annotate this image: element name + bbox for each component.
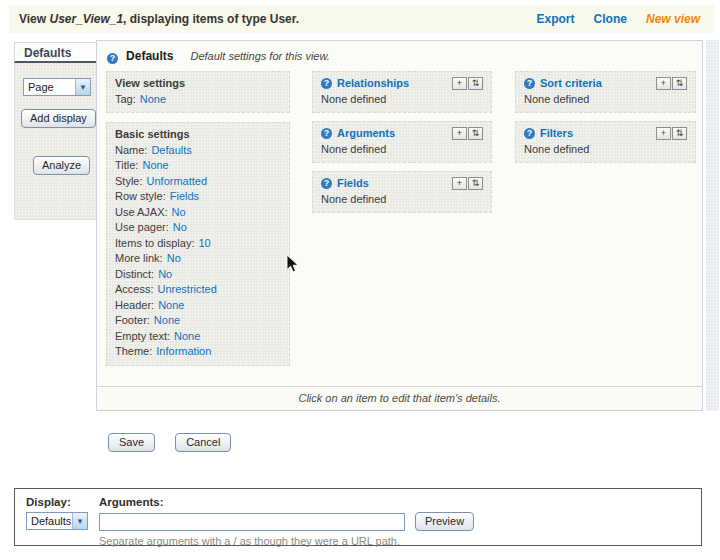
bucket-header: ? Fields + ⇅ <box>321 176 483 192</box>
analyze-button[interactable]: Analyze <box>33 156 90 175</box>
setting-row-header: Header:None <box>115 298 281 314</box>
relationships-title-link[interactable]: Relationships <box>337 76 409 92</box>
setting-value-link[interactable]: No <box>173 221 187 233</box>
setting-value-link[interactable]: Unformatted <box>147 175 208 187</box>
setting-value-link[interactable]: No <box>158 268 172 280</box>
sort-criteria-title-link[interactable]: Sort criteria <box>540 76 602 92</box>
setting-value-link[interactable]: Unrestricted <box>158 283 217 295</box>
display-label: Display: <box>26 496 88 508</box>
cancel-button[interactable]: Cancel <box>175 433 231 452</box>
fields-title-link[interactable]: Fields <box>337 176 369 192</box>
chevron-down-icon: ▼ <box>75 79 90 95</box>
setting-value-link[interactable]: None <box>154 314 180 326</box>
add-icon[interactable]: + <box>656 127 671 140</box>
setting-value-link[interactable]: Information <box>156 345 211 357</box>
display-type-select-value: Page <box>28 81 54 93</box>
setting-label: Access: <box>115 283 154 295</box>
arguments-title-link[interactable]: Arguments <box>337 126 395 142</box>
basic-settings-panel: Basic settings Name:Defaults Title:None … <box>106 122 290 366</box>
bucket-relationships: ? Relationships + ⇅ None defined <box>312 71 492 113</box>
setting-value-link[interactable]: None <box>174 330 200 342</box>
new-view-link[interactable]: New view <box>646 12 700 26</box>
setting-row-title: Title:None <box>115 158 281 174</box>
setting-row-items: Items to display:10 <box>115 236 281 252</box>
export-link[interactable]: Export <box>536 12 574 26</box>
setting-row-name: Name:Defaults <box>115 143 281 159</box>
clone-link[interactable]: Clone <box>594 12 627 26</box>
bucket-empty-text: None defined <box>321 192 483 208</box>
add-icon[interactable]: + <box>452 177 467 190</box>
main-title: Defaults <box>126 49 173 63</box>
bucket-header: ? Arguments + ⇅ <box>321 126 483 142</box>
rearrange-icon[interactable]: ⇅ <box>672 127 687 140</box>
preview-arguments-group: Arguments: Preview Separate arguments wi… <box>99 496 474 547</box>
bucket-empty-text: None defined <box>524 92 687 108</box>
bucket-header: ? Filters + ⇅ <box>524 126 687 142</box>
rearrange-icon[interactable]: ⇅ <box>468 177 483 190</box>
add-display-button[interactable]: Add display <box>21 109 96 128</box>
arguments-input[interactable] <box>99 513 405 531</box>
bucket-fields: ? Fields + ⇅ None defined <box>312 171 492 213</box>
setting-label: Use AJAX: <box>115 206 168 218</box>
setting-label: Name: <box>115 144 147 156</box>
help-icon[interactable]: ? <box>321 78 332 89</box>
title-prefix: View <box>19 12 49 26</box>
setting-row-more-link: More link:No <box>115 251 281 267</box>
mouse-cursor-icon <box>286 254 299 276</box>
tab-defaults[interactable]: Defaults <box>14 42 97 63</box>
rearrange-icon[interactable]: ⇅ <box>468 127 483 140</box>
rearrange-icon[interactable]: ⇅ <box>468 77 483 90</box>
filters-title-link[interactable]: Filters <box>540 126 573 142</box>
setting-value-link[interactable]: 10 <box>198 237 210 249</box>
live-preview-box: Display: Defaults ▼ Arguments: Preview S… <box>14 488 702 546</box>
view-name: User_View_1 <box>49 12 123 26</box>
column-right: ? Sort criteria + ⇅ None defined ? Filte… <box>515 71 696 375</box>
setting-label: More link: <box>115 252 163 264</box>
help-icon[interactable]: ? <box>321 128 332 139</box>
setting-row-access: Access:Unrestricted <box>115 282 281 298</box>
bucket-buttons: + ⇅ <box>656 127 687 140</box>
column-left: View settings Tag:None Basic settings Na… <box>106 71 290 375</box>
setting-label: Style: <box>115 175 143 187</box>
view-settings-title: View settings <box>115 76 281 92</box>
setting-row-distinct: Distinct:No <box>115 267 281 283</box>
arguments-line: Preview <box>99 512 474 531</box>
add-icon[interactable]: + <box>452 127 467 140</box>
rearrange-icon[interactable]: ⇅ <box>672 77 687 90</box>
bucket-header: ? Sort criteria + ⇅ <box>524 76 687 92</box>
setting-label: Use pager: <box>115 221 169 233</box>
setting-row-use-ajax: Use AJAX:No <box>115 205 281 221</box>
preview-button[interactable]: Preview <box>415 512 474 531</box>
display-type-select[interactable]: Page ▼ <box>23 78 91 96</box>
setting-value-link[interactable]: Defaults <box>151 144 191 156</box>
help-icon[interactable]: ? <box>524 78 535 89</box>
setting-label: Row style: <box>115 190 166 202</box>
setting-value-link[interactable]: No <box>172 206 186 218</box>
main-header: ? Defaults Default settings for this vie… <box>97 41 702 67</box>
save-button[interactable]: Save <box>108 433 155 452</box>
setting-value-link[interactable]: Fields <box>170 190 199 202</box>
add-icon[interactable]: + <box>656 77 671 90</box>
setting-row-theme: Theme:Information <box>115 344 281 360</box>
basic-settings-title: Basic settings <box>115 127 281 143</box>
setting-row-tag: Tag:None <box>115 92 281 108</box>
help-icon[interactable]: ? <box>321 178 332 189</box>
setting-value-link[interactable]: None <box>158 299 184 311</box>
bucket-buttons: + ⇅ <box>452 127 483 140</box>
view-header-bar: View User_View_1, displaying items of ty… <box>9 5 714 33</box>
main-subtitle: Default settings for this view. <box>190 50 329 62</box>
help-icon[interactable]: ? <box>524 128 535 139</box>
help-icon[interactable]: ? <box>107 53 118 64</box>
setting-row-style: Style:Unformatted <box>115 174 281 190</box>
title-suffix: , displaying items of type User. <box>123 12 299 26</box>
column-middle: ? Relationships + ⇅ None defined ? Argum… <box>312 71 492 375</box>
setting-value-link[interactable]: None <box>142 159 168 171</box>
bucket-sort-criteria: ? Sort criteria + ⇅ None defined <box>515 71 696 113</box>
bucket-empty-text: None defined <box>321 92 483 108</box>
setting-value-link[interactable]: No <box>167 252 181 264</box>
add-icon[interactable]: + <box>452 77 467 90</box>
setting-value-link[interactable]: None <box>140 93 166 105</box>
preview-display-select[interactable]: Defaults ▼ <box>26 512 88 530</box>
setting-row-row-style: Row style:Fields <box>115 189 281 205</box>
setting-row-footer: Footer:None <box>115 313 281 329</box>
